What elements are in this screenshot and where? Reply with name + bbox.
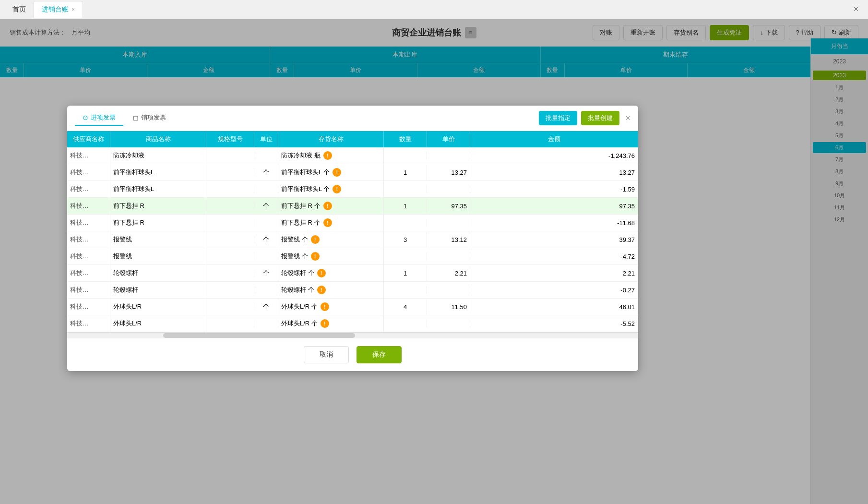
dialog-header: ⊙ 进项发票 ◻ 销项发票 批量指定 批量创建 × (67, 106, 638, 131)
btn-cancel[interactable]: 取消 (304, 346, 349, 363)
cell-amount: 97.35 (470, 199, 638, 214)
tab-purchase-invoice[interactable]: ⊙ 进项发票 (75, 110, 123, 126)
col-header-unit: 单位 (254, 131, 278, 147)
cell-unit (254, 185, 278, 193)
cell-qty (384, 185, 427, 193)
cell-product: 防冻冷却液 (110, 147, 206, 164)
cell-stock: 外球头L/R 个 ! (278, 299, 384, 315)
table-row[interactable]: 科技… 轮毂螺杆 个 轮毂螺杆 个 ! 1 2.21 2.21 (67, 265, 638, 282)
cell-unit: 个 (254, 265, 278, 281)
table-row[interactable]: 科技… 防冻冷却液 防冻冷却液 瓶 ! -1,243.76 (67, 147, 638, 164)
col-header-supplier: 供应商名称 (67, 131, 110, 147)
cell-stock: 防冻冷却液 瓶 ! (278, 147, 384, 164)
cell-stock: 轮毂螺杆 个 ! (278, 265, 384, 281)
stock-name: 报警线 个 (281, 235, 308, 244)
tab-active[interactable]: 进销台账 × (34, 1, 83, 18)
cell-qty: 3 (384, 232, 427, 247)
cell-amount: 39.37 (470, 232, 638, 247)
table-row[interactable]: 科技… 前下悬挂 R 个 前下悬挂 R 个 ! 1 97.35 97.35 (67, 198, 638, 215)
cell-stock: 报警线 个 ! (278, 248, 384, 264)
scrollbar-thumb[interactable] (163, 333, 355, 338)
stock-name: 轮毂螺杆 个 (281, 269, 314, 277)
cell-product: 外球头L/R (110, 315, 206, 332)
cell-stock: 轮毂螺杆 个 ! (278, 282, 384, 298)
warning-icon: ! (317, 286, 326, 294)
stock-name: 防冻冷却液 瓶 (281, 151, 321, 160)
tab-close-icon[interactable]: × (71, 6, 75, 13)
cell-qty (384, 320, 427, 327)
cell-supplier: 科技… (67, 265, 110, 281)
stock-name: 外球头L/R 个 (281, 302, 318, 311)
cell-product: 外球头L/R (110, 299, 206, 315)
stock-name: 前平衡杆球头L 个 (281, 168, 330, 177)
table-row[interactable]: 科技… 前平衡杆球头L 前平衡杆球头L 个 ! -1.59 (67, 181, 638, 198)
table-row[interactable]: 科技… 报警线 个 报警线 个 ! 3 13.12 39.37 (67, 231, 638, 248)
cell-spec (206, 269, 254, 277)
dialog-close-button[interactable]: × (625, 113, 630, 123)
table-row[interactable]: 科技… 报警线 报警线 个 ! -4.72 (67, 248, 638, 265)
main-content: 销售成本计算方法： 月平均 商贸企业进销台账 ≡ 对账 重新开账 存货别名 生成… (0, 19, 868, 504)
cell-stock: 前下悬挂 R 个 ! (278, 198, 384, 214)
cell-amount: -1.59 (470, 182, 638, 197)
table-row[interactable]: 科技… 前平衡杆球头L 个 前平衡杆球头L 个 ! 1 13.27 13.27 (67, 164, 638, 181)
warning-icon: ! (317, 269, 326, 277)
col-header-qty: 数量 (384, 131, 427, 147)
dialog-tabs: ⊙ 进项发票 ◻ 销项发票 (75, 110, 539, 126)
cell-supplier: 科技… (67, 282, 110, 298)
cell-supplier: 科技… (67, 147, 110, 164)
cell-price: 13.27 (427, 165, 470, 180)
btn-batch-create[interactable]: 批量创建 (581, 111, 619, 125)
btn-save[interactable]: 保存 (357, 346, 402, 363)
warning-icon: ! (311, 252, 320, 261)
cell-unit (254, 252, 278, 260)
cell-qty: 1 (384, 266, 427, 281)
cell-stock: 前平衡杆球头L 个 ! (278, 164, 384, 180)
warning-icon: ! (311, 235, 320, 244)
cell-stock: 前下悬挂 R 个 ! (278, 215, 384, 231)
tab-sales-invoice[interactable]: ◻ 销项发票 (125, 110, 174, 126)
cell-spec (206, 152, 254, 159)
dialog-footer: 取消 保存 (67, 338, 638, 371)
cell-product: 前平衡杆球头L (110, 164, 206, 180)
cell-amount: -1,243.76 (470, 148, 638, 163)
cell-qty (384, 152, 427, 159)
cell-spec (206, 286, 254, 294)
warning-icon: ! (333, 168, 341, 177)
warning-icon: ! (321, 319, 329, 328)
col-header-amount: 金额 (470, 131, 638, 147)
table-row[interactable]: 科技… 外球头L/R 外球头L/R 个 ! -5.52 (67, 315, 638, 332)
dialog-actions: 批量指定 批量创建 (539, 111, 619, 125)
cell-supplier: 科技… (67, 181, 110, 197)
table-scrollbar[interactable] (67, 332, 638, 338)
table-row[interactable]: 科技… 外球头L/R 个 外球头L/R 个 ! 4 11.50 46.01 (67, 299, 638, 315)
col-header-price: 单价 (427, 131, 470, 147)
cell-amount: 2.21 (470, 266, 638, 281)
col-header-product: 商品名称 (110, 131, 206, 147)
stock-name: 报警线 个 (281, 252, 308, 261)
purchase-tab-icon: ⊙ (83, 114, 88, 121)
cell-unit (254, 219, 278, 227)
btn-batch-assign[interactable]: 批量指定 (539, 111, 577, 125)
cell-unit: 个 (254, 299, 278, 315)
cell-stock: 外球头L/R 个 ! (278, 315, 384, 332)
col-header-spec: 规格型号 (206, 131, 254, 147)
warning-icon: ! (323, 218, 332, 227)
cell-product: 轮毂螺杆 (110, 282, 206, 298)
table-row[interactable]: 科技… 前下悬挂 R 前下悬挂 R 个 ! -11.68 (67, 215, 638, 231)
cell-spec (206, 219, 254, 227)
cell-qty (384, 252, 427, 260)
invoice-dialog: ⊙ 进项发票 ◻ 销项发票 批量指定 批量创建 × 供应商名称 商品名称 规格型… (67, 106, 638, 371)
cell-qty (384, 219, 427, 227)
cell-amount: 46.01 (470, 300, 638, 314)
window-close-button[interactable]: × (849, 2, 863, 17)
cell-spec (206, 236, 254, 243)
cell-price: 13.12 (427, 232, 470, 247)
cell-qty: 1 (384, 165, 427, 180)
table-row[interactable]: 科技… 轮毂螺杆 轮毂螺杆 个 ! -0.27 (67, 282, 638, 299)
cell-spec (206, 320, 254, 327)
cell-price: 11.50 (427, 300, 470, 314)
cell-price: 97.35 (427, 199, 470, 214)
cell-unit: 个 (254, 231, 278, 248)
cell-price (427, 252, 470, 260)
tab-home[interactable]: 首页 (5, 1, 34, 18)
